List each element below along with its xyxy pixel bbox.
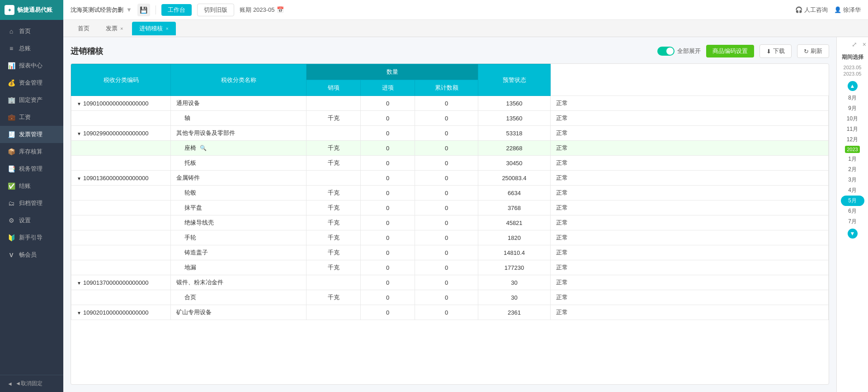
- period-year-2023-label[interactable]: 2023: [845, 146, 859, 153]
- cancel-fixed-label: ◄取消固定: [15, 380, 42, 387]
- period-year-2023-top: 2023.05: [844, 65, 862, 70]
- right-period-panel: × ⤢ 期间选择 2023.05 2023.05 ▲ 8月 9月 10月 11月…: [836, 37, 868, 392]
- archive-icon: 🗂: [7, 200, 15, 207]
- search-icon[interactable]: 🔍: [200, 145, 207, 151]
- sidebar-item-label: 结账: [19, 182, 31, 190]
- table-row: ▼10902990000000000000其他专用设备及零部件0053318正常: [71, 126, 829, 141]
- sidebar-item-archive[interactable]: 🗂 归档管理: [0, 195, 63, 212]
- refresh-icon: ↻: [804, 48, 809, 55]
- sidebar-item-settle[interactable]: ✅ 结账: [0, 177, 63, 195]
- sidebar-item-assets[interactable]: 🏢 固定资产: [0, 91, 63, 109]
- th-code: 税收分类编码: [71, 64, 171, 96]
- tab-reconcile-label: 进销稽核: [139, 24, 163, 33]
- user-item[interactable]: 👤 徐泽华: [834, 6, 861, 14]
- tab-home-label: 首页: [78, 24, 90, 33]
- period-month-10[interactable]: 10月: [841, 114, 864, 124]
- sidebar-item-stock[interactable]: 📦 库存核算: [0, 143, 63, 160]
- period-up-btn[interactable]: ▲: [848, 81, 858, 91]
- period-month-11[interactable]: 11月: [841, 124, 864, 134]
- sidebar-item-tax[interactable]: 📑 税务管理: [0, 160, 63, 177]
- sidebar-item-label: 报表中心: [19, 62, 42, 70]
- table-row: 抹平盘千克003768正常: [71, 201, 829, 215]
- salary-icon: 💼: [7, 114, 15, 121]
- workbench-btn[interactable]: 工作台: [161, 4, 192, 16]
- close-panel-btn[interactable]: ×: [863, 41, 866, 48]
- tab-invoice-close[interactable]: ×: [120, 26, 123, 31]
- table-row: 合页千克0030正常: [71, 290, 829, 305]
- invoice-icon: 🧾: [7, 131, 15, 138]
- sidebar-item-member[interactable]: V 畅会员: [0, 246, 63, 263]
- tab-reconcile[interactable]: 进销稽核 ×: [132, 22, 175, 35]
- period-month-2[interactable]: 2月: [841, 164, 864, 175]
- th-out: 销项: [307, 80, 361, 96]
- period-month-5[interactable]: 5月: [841, 196, 864, 206]
- th-name: 税收分类名称: [171, 64, 307, 96]
- stock-icon: 📦: [7, 148, 15, 155]
- logo-icon: ✦: [5, 5, 14, 15]
- sidebar-item-settings[interactable]: ⚙ 设置: [0, 212, 63, 229]
- cancel-fixed-btn[interactable]: ◄ ◄取消固定: [0, 375, 63, 392]
- period-month-3[interactable]: 3月: [841, 175, 864, 185]
- sidebar-item-label: 新手引导: [19, 234, 42, 242]
- company-selector[interactable]: 沈海英测试经营勿删 ▼: [71, 6, 132, 14]
- th-in: 进项: [361, 80, 415, 96]
- tab-invoice[interactable]: 发票 ×: [99, 22, 130, 35]
- page-actions: 全部展开 商品编码设置 ⬇ 下载 ↻ 刷新: [657, 44, 829, 58]
- sidebar-item-invoice[interactable]: 🧾 发票管理: [0, 126, 63, 143]
- th-quantity: 数量: [307, 64, 478, 80]
- main-area: 沈海英测试经营勿删 ▼ 💾 工作台 切到旧版 账期 2023-05 📅 🎧 人工…: [63, 0, 868, 392]
- period-month-4[interactable]: 4月: [841, 185, 864, 196]
- save-btn[interactable]: 💾: [137, 4, 150, 16]
- table-row: 手轮千克001820正常: [71, 230, 829, 245]
- period-down-btn[interactable]: ▼: [848, 229, 858, 239]
- app-name: 畅捷通易代账: [17, 6, 52, 14]
- headset-icon: 🎧: [795, 6, 802, 13]
- assets-icon: 🏢: [7, 96, 15, 104]
- settings-icon: ⚙: [7, 217, 15, 224]
- app-logo: ✦ 畅捷通易代账: [0, 0, 63, 20]
- period-month-6[interactable]: 6月: [841, 206, 864, 216]
- table-row: ▼10901370000000000000锻件、粉末冶金件0030正常: [71, 275, 829, 290]
- refresh-btn[interactable]: ↻ 刷新: [797, 44, 829, 58]
- table-row: ▼10902010000000000000矿山专用设备002361正常: [71, 305, 829, 320]
- period-month-7[interactable]: 7月: [841, 216, 864, 227]
- sidebar-item-label: 发票管理: [19, 130, 42, 139]
- tax-icon: 📑: [7, 165, 15, 172]
- sidebar-item-ledger[interactable]: ≡ 总账: [0, 40, 63, 57]
- th-status: 预警状态: [478, 64, 551, 96]
- sidebar-item-funds[interactable]: 💰 资金管理: [0, 74, 63, 91]
- sidebar-item-home[interactable]: ⌂ 首页: [0, 23, 63, 40]
- download-btn[interactable]: ⬇ 下载: [760, 44, 792, 58]
- topbar-right: 🎧 人工咨询 👤 徐泽华: [795, 6, 861, 14]
- tabbar: 首页 发票 × 进销稽核 ×: [63, 20, 868, 37]
- sidebar-item-label: 固定资产: [19, 96, 42, 104]
- tab-reconcile-close[interactable]: ×: [165, 26, 168, 31]
- period-month-1[interactable]: 1月: [841, 154, 864, 164]
- ledger-icon: ≡: [7, 45, 15, 52]
- tab-invoice-label: 发票: [106, 24, 118, 33]
- expand-toggle-label: 全部展开: [677, 47, 701, 55]
- download-icon: ⬇: [766, 48, 771, 55]
- sidebar-item-guide[interactable]: 🔰 新手引导: [0, 229, 63, 246]
- period-month-9[interactable]: 9月: [841, 103, 864, 114]
- expand-toggle[interactable]: [657, 47, 675, 56]
- table-row: 轮毂千克006634正常: [71, 186, 829, 201]
- expand-panel-btn[interactable]: ⤢: [852, 41, 857, 48]
- help-item[interactable]: 🎧 人工咨询: [795, 6, 828, 14]
- tab-home[interactable]: 首页: [71, 22, 97, 35]
- table-row: 托板千克0030450正常: [71, 156, 829, 171]
- guide-icon: 🔰: [7, 234, 15, 241]
- product-code-btn[interactable]: 商品编码设置: [706, 45, 754, 57]
- table-row: 地漏千克00177230正常: [71, 260, 829, 275]
- switch-old-btn[interactable]: 切到旧版: [197, 4, 234, 16]
- help-label: 人工咨询: [804, 6, 828, 14]
- sidebar-item-reports[interactable]: 📊 报表中心: [0, 57, 63, 74]
- topbar-period: 账期 2023-05 📅: [240, 6, 284, 14]
- period-month-12[interactable]: 12月: [841, 134, 864, 145]
- period-value: 2023-05: [253, 6, 275, 13]
- sidebar-item-salary[interactable]: 💼 工资: [0, 109, 63, 126]
- calendar-icon[interactable]: 📅: [277, 6, 284, 13]
- company-name: 沈海英测试经营勿删: [71, 6, 123, 14]
- period-month-8[interactable]: 8月: [841, 93, 864, 103]
- data-table: 税收分类编码 税收分类名称 数量 预警状态 销项 进项 累计数额 ▼109010…: [71, 64, 829, 320]
